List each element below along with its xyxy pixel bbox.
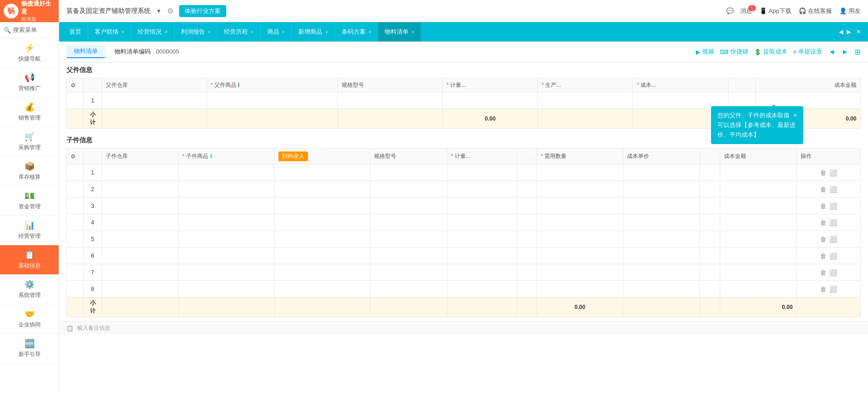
- sidebar-item-guide[interactable]: 🆕新手引导: [0, 334, 59, 363]
- nav-tab-close-3[interactable]: ×: [208, 29, 211, 35]
- child-row-warehouse-3[interactable]: [102, 214, 179, 231]
- user-action[interactable]: 👤 用友: [839, 7, 861, 15]
- nav-tab-4[interactable]: 经营历程×: [217, 22, 260, 42]
- child-row-spec-7[interactable]: [370, 281, 447, 297]
- video-action[interactable]: ▶ 视频: [696, 48, 714, 56]
- child-row-qty-6[interactable]: [537, 264, 623, 281]
- nav-tab-8[interactable]: 物料清单×: [378, 22, 421, 42]
- nav-tab-close-7[interactable]: ×: [368, 29, 371, 35]
- child-row-unit-cost-7[interactable]: [623, 281, 699, 297]
- child-row-product-3[interactable]: [179, 214, 275, 231]
- child-row-product-4[interactable]: [179, 231, 275, 248]
- child-row-unit-cost-5[interactable]: [623, 248, 699, 264]
- close-all-tabs-btn[interactable]: ×: [853, 28, 864, 36]
- search-menu[interactable]: 🔍 搜索菜单: [0, 22, 59, 38]
- parent-row-warehouse[interactable]: [102, 92, 207, 109]
- child-row-qty-3[interactable]: [537, 214, 623, 231]
- child-row-product-7[interactable]: [179, 281, 275, 297]
- sub-nav-next[interactable]: ▶: [841, 48, 849, 55]
- child-row-unit-3[interactable]: [447, 214, 517, 231]
- child-row-warehouse-6[interactable]: [102, 264, 179, 281]
- child-row-product-0[interactable]: [179, 164, 275, 181]
- delete-icon-4[interactable]: 🗑: [820, 236, 826, 243]
- child-row-qty-4[interactable]: [537, 231, 623, 248]
- child-row-warehouse-5[interactable]: [102, 248, 179, 264]
- delete-icon-7[interactable]: 🗑: [820, 285, 826, 293]
- delete-icon-2[interactable]: 🗑: [820, 202, 826, 210]
- parent-row-unit[interactable]: [443, 92, 538, 109]
- sidebar-item-basic-info[interactable]: 📋基础信息: [0, 245, 59, 275]
- child-row-unit-4[interactable]: [447, 231, 517, 248]
- child-row-warehouse-0[interactable]: [102, 164, 179, 181]
- child-row-unit-2[interactable]: [447, 198, 517, 214]
- child-row-qty-0[interactable]: [537, 164, 623, 181]
- experience-btn[interactable]: 体验行业方案: [179, 5, 226, 17]
- child-row-spec-6[interactable]: [370, 264, 447, 281]
- nav-tab-0[interactable]: 首页: [63, 22, 88, 42]
- child-row-qty-5[interactable]: [537, 248, 623, 264]
- child-row-unit-5[interactable]: [447, 248, 517, 264]
- child-row-qty-7[interactable]: [537, 281, 623, 297]
- child-row-spec-2[interactable]: [370, 198, 447, 214]
- child-row-unit-cost-6[interactable]: [623, 264, 699, 281]
- extract-cost-action[interactable]: 💲 提取成本: [754, 48, 787, 56]
- child-row-unit-cost-2[interactable]: [623, 198, 699, 214]
- nav-tab-3[interactable]: 利润报告×: [175, 22, 217, 42]
- tooltip-close-btn[interactable]: ×: [793, 111, 797, 121]
- grid-view-icon[interactable]: ⊞: [855, 48, 861, 56]
- child-row-unit-cost-1[interactable]: [623, 181, 699, 198]
- nav-tab-close-8[interactable]: ×: [411, 29, 414, 35]
- delete-icon-0[interactable]: 🗑: [820, 169, 826, 176]
- tab-bill-list[interactable]: 物料清单: [66, 45, 105, 58]
- child-row-warehouse-2[interactable]: [102, 198, 179, 214]
- nav-tab-2[interactable]: 经营情况×: [131, 22, 174, 42]
- scan-input-btn[interactable]: 扫码录入: [278, 151, 308, 161]
- nav-tab-close-5[interactable]: ×: [282, 29, 285, 35]
- child-row-qty-1[interactable]: [537, 181, 623, 198]
- child-row-spec-1[interactable]: [370, 181, 447, 198]
- nav-tab-close-4[interactable]: ×: [251, 29, 253, 35]
- tab-bill-code[interactable]: 物料清单编码 0000005: [107, 46, 187, 58]
- nav-next-arrow[interactable]: ▶: [845, 29, 853, 35]
- child-row-spec-4[interactable]: [370, 231, 447, 248]
- sidebar-item-quick-nav[interactable]: ⚡快捷导航: [0, 38, 59, 68]
- child-row-product-5[interactable]: [179, 248, 275, 264]
- child-row-warehouse-7[interactable]: [102, 281, 179, 297]
- child-row-qty-2[interactable]: [537, 198, 623, 214]
- copy-icon-5[interactable]: ⬜: [829, 252, 837, 260]
- nav-prev-arrow[interactable]: ◀: [837, 29, 845, 35]
- parent-row-production[interactable]: [538, 92, 633, 109]
- app-download-action[interactable]: 📱 App下载: [760, 7, 791, 15]
- copy-icon-1[interactable]: ⬜: [829, 186, 837, 193]
- child-col-settings[interactable]: ⚙: [67, 149, 84, 164]
- nav-tab-7[interactable]: 条码方案×: [335, 22, 378, 42]
- copy-icon-7[interactable]: ⬜: [829, 285, 837, 293]
- nav-tab-5[interactable]: 商品×: [261, 22, 292, 42]
- child-row-unit-6[interactable]: [447, 264, 517, 281]
- delete-icon-5[interactable]: 🗑: [820, 252, 826, 260]
- sidebar-item-sales[interactable]: 💰销售管理: [0, 97, 59, 127]
- nav-tab-1[interactable]: 客户联络×: [88, 22, 131, 42]
- copy-icon-3[interactable]: ⬜: [829, 219, 837, 226]
- child-row-warehouse-1[interactable]: [102, 181, 179, 198]
- child-row-product-2[interactable]: [179, 198, 275, 214]
- child-row-warehouse-4[interactable]: [102, 231, 179, 248]
- sidebar-item-purchase[interactable]: 🛒采购管理: [0, 127, 59, 157]
- copy-icon-6[interactable]: ⬜: [829, 269, 837, 276]
- copy-icon-4[interactable]: ⬜: [829, 236, 837, 243]
- sidebar-item-finance[interactable]: 💵资金管理: [0, 186, 59, 216]
- sidebar-item-marketing[interactable]: 📢营销推广: [0, 68, 59, 97]
- system-dropdown-btn[interactable]: ▼: [156, 8, 162, 14]
- sub-nav-prev[interactable]: ◀: [828, 48, 836, 55]
- child-row-unit-1[interactable]: [447, 181, 517, 198]
- nav-tab-close-1[interactable]: ×: [121, 29, 124, 35]
- parent-col-settings[interactable]: ⚙: [67, 79, 84, 92]
- child-row-unit-7[interactable]: [447, 281, 517, 297]
- child-row-product-1[interactable]: [179, 181, 275, 198]
- delete-icon-3[interactable]: 🗑: [820, 219, 826, 226]
- child-row-unit-cost-3[interactable]: [623, 214, 699, 231]
- sidebar-item-inventory[interactable]: 📦库存核算: [0, 157, 59, 186]
- online-service-action[interactable]: 🎧 在线客服: [799, 7, 832, 15]
- message-action[interactable]: 💬 6 消息: [726, 7, 752, 15]
- child-row-product-6[interactable]: [179, 264, 275, 281]
